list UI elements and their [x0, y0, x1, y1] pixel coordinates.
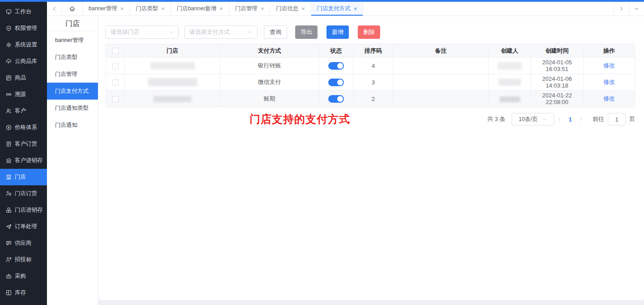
goto-page-input[interactable] — [608, 113, 626, 125]
sidebar-item-工作台[interactable]: 工作台 — [0, 4, 47, 20]
tab-label: 门店支付方式 — [317, 5, 351, 13]
tab-label: banner管理 — [89, 5, 117, 13]
select-all-checkbox[interactable] — [112, 48, 119, 54]
export-button[interactable]: 导出 — [295, 25, 318, 39]
remark-cell — [393, 58, 489, 74]
close-icon[interactable]: × — [261, 6, 264, 12]
edit-link[interactable]: 修改 — [603, 79, 615, 85]
row-checkbox[interactable] — [112, 79, 119, 86]
delete-button[interactable]: 删除 — [358, 25, 380, 39]
submenu-item-banner管理[interactable]: banner管理 — [47, 32, 98, 49]
sidebar-item-客户进销存[interactable]: 客户进销存 — [0, 152, 47, 169]
tab-label: 门店管理 — [235, 5, 258, 13]
sidebar-item-label: 权限管理 — [15, 25, 37, 32]
close-icon[interactable]: × — [120, 6, 124, 12]
secondary-menu: 门店 banner管理门店类型门店管理门店支付方式门店通知类型门店通知 — [47, 16, 98, 305]
supplier-icon — [6, 240, 12, 246]
sidebar-item-label: 云商品库 — [15, 58, 37, 65]
page-size-select[interactable]: 10条/页 — [512, 113, 554, 125]
add-button[interactable]: 新增 — [326, 25, 349, 39]
table-row: 账期22024-01-22 22:08:00修改 — [106, 91, 635, 107]
sidebar-item-门店订货[interactable]: 门店订货 — [0, 185, 47, 202]
sidebar-item-招投标[interactable]: 招投标 — [0, 251, 47, 268]
tab-门店banner新增[interactable]: 门店banner新增× — [171, 2, 229, 16]
sidebar-item-系统设置[interactable]: 系统设置 — [0, 37, 47, 53]
sidebar-item-客户[interactable]: 客户 — [0, 103, 47, 119]
sidebar-item-采购[interactable]: 采购 — [0, 268, 47, 284]
redacted-text — [150, 62, 195, 70]
sidebar-item-label: 采购 — [15, 272, 26, 280]
redacted-text — [153, 96, 191, 102]
row-checkbox[interactable] — [112, 63, 119, 69]
pagination: 共 3 条 10条/页 1 前往 页 — [487, 113, 635, 125]
tab-门店信息[interactable]: 门店信息× — [270, 2, 311, 16]
store-select-placeholder: 请选择门店 — [110, 28, 140, 36]
store-icon — [6, 174, 12, 180]
sidebar-item-客户订货[interactable]: 客户订货 — [0, 136, 47, 152]
sidebar-item-供应商[interactable]: 供应商 — [0, 235, 47, 251]
payment-select-placeholder: 请选择支付方式 — [189, 28, 230, 36]
tab-门店类型[interactable]: 门店类型× — [130, 2, 171, 16]
table-row: 微信支付32024-01-06 14:03:18修改 — [106, 74, 635, 91]
sort-cell: 4 — [354, 58, 393, 74]
stock-icon — [6, 290, 12, 296]
submenu-item-门店支付方式[interactable]: 门店支付方式 — [47, 83, 98, 100]
sidebar-item-库存[interactable]: 库存 — [0, 284, 47, 301]
tab-门店支付方式[interactable]: 门店支付方式× — [311, 2, 364, 16]
edit-link[interactable]: 修改 — [603, 95, 615, 102]
submenu-item-门店通知类型[interactable]: 门店通知类型 — [47, 100, 98, 117]
status-toggle[interactable] — [328, 79, 344, 86]
table-footer: 门店支持的支付方式 共 3 条 10条/页 1 前往 — [106, 113, 635, 126]
prev-page-button[interactable] — [554, 117, 565, 122]
sidebar-item-label: 门店 — [15, 173, 26, 181]
sidebar-item-商品[interactable]: 商品 — [0, 70, 47, 86]
status-toggle[interactable] — [328, 62, 344, 70]
edit-link[interactable]: 修改 — [603, 62, 615, 69]
sidebar-item-云商品库[interactable]: 云商品库 — [0, 53, 47, 70]
sidebar-item-门店[interactable]: 门店 — [0, 169, 47, 185]
row-checkbox[interactable] — [112, 96, 119, 102]
bid-icon — [6, 257, 12, 263]
status-toggle[interactable] — [328, 95, 344, 103]
payment-method-select[interactable]: 请选择支付方式 — [184, 25, 258, 39]
created-cell: 2024-01-22 22:08:00 — [531, 91, 584, 107]
submenu-item-门店通知[interactable]: 门店通知 — [47, 117, 98, 134]
chevron-right-icon — [578, 117, 584, 122]
sidebar-item-订单处理[interactable]: 订单处理 — [0, 218, 47, 235]
column-header-操作: 操作 — [584, 44, 635, 58]
store-cell — [125, 58, 220, 74]
page-size-value: 10条/页 — [519, 116, 538, 123]
sidebar-item-label: 商品 — [15, 74, 26, 82]
tabs-scroll-left-button[interactable] — [47, 2, 62, 16]
created-cell: 2024-01-06 14:03:18 — [531, 74, 584, 91]
chevron-down-icon — [634, 6, 640, 12]
tab-门店管理[interactable]: 门店管理× — [229, 2, 271, 16]
close-icon[interactable]: × — [220, 6, 223, 12]
tabs-menu-button[interactable] — [629, 2, 644, 16]
tab-banner管理[interactable]: banner管理× — [83, 2, 130, 16]
total-count-label: 共 3 条 — [487, 115, 505, 123]
sidebar-item-权限管理[interactable]: 权限管理 — [0, 20, 47, 37]
tabs-scroll-right-button[interactable] — [614, 2, 629, 16]
submenu-item-门店管理[interactable]: 门店管理 — [47, 66, 98, 83]
sidebar-item-价格体系[interactable]: 价格体系 — [0, 119, 47, 136]
close-icon[interactable]: × — [301, 6, 305, 12]
close-icon[interactable]: × — [161, 6, 165, 12]
home-icon — [69, 5, 76, 12]
sidebar-item-溯源[interactable]: 溯源 — [0, 86, 47, 103]
search-button[interactable]: 查询 — [264, 25, 287, 39]
bank-icon — [6, 158, 12, 163]
store-select[interactable]: 请选择门店 — [106, 25, 179, 39]
secondary-menu-title: 门店 — [47, 16, 98, 31]
tab-label: 门店banner新增 — [177, 5, 216, 13]
page-number-button[interactable]: 1 — [565, 116, 576, 123]
submenu-item-门店类型[interactable]: 门店类型 — [47, 49, 98, 66]
next-page-button[interactable] — [576, 117, 586, 122]
home-tab[interactable] — [62, 2, 83, 16]
store-order-icon — [6, 191, 12, 196]
close-icon[interactable]: × — [354, 6, 357, 12]
sidebar-item-门店进销存[interactable]: 门店进销存 — [0, 202, 47, 218]
trace-icon — [6, 92, 12, 97]
sidebar-item-label: 系统设置 — [15, 41, 37, 49]
column-header-创建人: 创建人 — [489, 44, 531, 58]
